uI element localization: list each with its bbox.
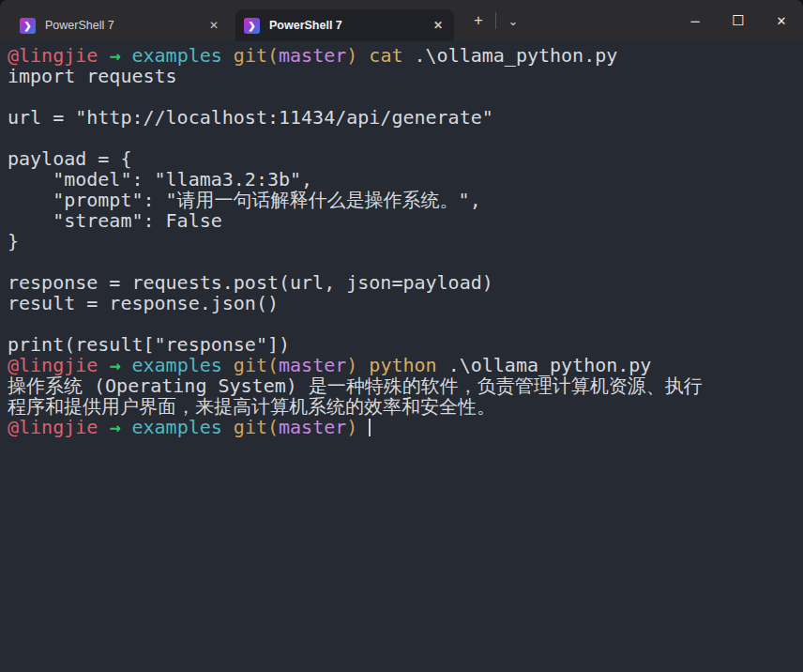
terminal-text-segment: "prompt": "请用一句话解释什么是操作系统。",: [8, 189, 481, 211]
terminal-line: 操作系统 (Operating System) 是一种特殊的软件，负责管理计算机…: [8, 375, 803, 396]
terminal-output: @lingjie → examples git(master) cat .\ol…: [8, 45, 803, 437]
terminal-line: print(result["response"]): [8, 334, 803, 355]
terminal-line: [8, 128, 803, 148]
terminal-line: import requests: [8, 66, 803, 86]
terminal-line: "stream": False: [8, 210, 803, 231]
powershell-icon: ❯: [20, 18, 36, 34]
terminal-text-segment: examples: [131, 354, 233, 376]
tab-close-icon[interactable]: ✕: [430, 17, 447, 34]
terminal-viewport[interactable]: @lingjie → examples git(master) cat .\ol…: [0, 41, 803, 672]
tab-title: PowerShell 7: [269, 19, 430, 32]
terminal-text-segment: print(result["response"]): [8, 333, 290, 356]
terminal-text-segment: result = response.json(): [8, 292, 279, 314]
powershell-icon: ❯: [244, 18, 260, 34]
terminal-text-segment: 操作系统 (Operating System) 是一种特殊的软件，负责管理计算机…: [8, 374, 703, 397]
terminal-text-segment: ): [346, 44, 369, 67]
terminal-line: "model": "llama3.2:3b",: [8, 169, 803, 190]
terminal-line: 程序和提供用户界面，来提高计算机系统的效率和安全性。: [8, 396, 803, 417]
tab-powershell-2[interactable]: ❯ PowerShell 7 ✕: [235, 9, 454, 41]
terminal-text-segment: ): [346, 416, 369, 438]
terminal-text-segment: master: [279, 416, 346, 438]
tab-bar: ❯ PowerShell 7 ✕ ❯ PowerShell 7 ✕ + ⌄: [0, 0, 526, 41]
minimize-button[interactable]: ─: [674, 0, 717, 41]
terminal-line: @lingjie → examples git(master) cat .\ol…: [8, 45, 803, 66]
terminal-text-segment: response = requests.post(url, json=paylo…: [8, 271, 493, 294]
terminal-text-segment: 程序和提供用户界面，来提高计算机系统的效率和安全性。: [8, 395, 495, 418]
terminal-text-segment: git(: [234, 416, 279, 438]
terminal-line: url = "http://localhost:11434/api/genera…: [8, 107, 803, 128]
tab-dropdown-button[interactable]: ⌄: [500, 8, 526, 33]
terminal-line: [8, 252, 803, 272]
terminal-text-segment: examples: [131, 44, 233, 67]
terminal-text-segment: .\ollama_python.py: [448, 354, 652, 376]
terminal-text-segment: @lingjie: [8, 416, 109, 438]
tab-actions-divider: [495, 12, 496, 29]
tab-powershell-1[interactable]: ❯ PowerShell 7 ✕: [11, 9, 230, 41]
terminal-text-segment: ): [346, 354, 369, 376]
new-tab-button[interactable]: +: [465, 8, 492, 33]
terminal-text-segment: cat: [369, 44, 414, 67]
terminal-line: [8, 86, 803, 107]
window-controls: ─ ☐ ✕: [674, 0, 803, 41]
terminal-text-segment: "stream": False: [8, 209, 222, 232]
terminal-text-segment: examples: [131, 416, 233, 438]
terminal-text-segment: .\ollama_python.py: [415, 44, 618, 67]
terminal-line: payload = {: [8, 148, 803, 169]
terminal-text-segment: url = "http://localhost:11434/api/genera…: [8, 106, 493, 129]
terminal-text-segment: git(: [234, 354, 279, 376]
terminal-line: result = response.json(): [8, 293, 803, 313]
terminal-text-segment: git(: [234, 44, 279, 67]
terminal-window: ❯ PowerShell 7 ✕ ❯ PowerShell 7 ✕ + ⌄ ─ …: [0, 0, 803, 672]
terminal-line: [8, 313, 803, 334]
terminal-text-segment: →: [109, 416, 131, 438]
terminal-text-segment: payload = {: [8, 147, 131, 170]
terminal-text-segment: →: [109, 44, 131, 67]
terminal-text-segment: →: [109, 354, 131, 376]
maximize-button[interactable]: ☐: [717, 0, 760, 41]
terminal-line: @lingjie → examples git(master): [8, 417, 803, 437]
terminal-line: }: [8, 231, 803, 252]
terminal-text-segment: @lingjie: [8, 354, 109, 376]
titlebar: ❯ PowerShell 7 ✕ ❯ PowerShell 7 ✕ + ⌄ ─ …: [0, 0, 803, 41]
tab-close-icon[interactable]: ✕: [205, 17, 222, 34]
terminal-text-segment: python: [369, 354, 447, 376]
terminal-text-segment: }: [8, 230, 19, 252]
terminal-line: @lingjie → examples git(master) python .…: [8, 355, 803, 375]
close-button[interactable]: ✕: [760, 0, 803, 41]
text-cursor: [369, 419, 371, 436]
tab-actions: + ⌄: [460, 0, 526, 41]
terminal-line: response = requests.post(url, json=paylo…: [8, 272, 803, 293]
terminal-text-segment: import requests: [8, 65, 177, 87]
terminal-text-segment: master: [279, 354, 346, 376]
terminal-text-segment: @lingjie: [8, 44, 109, 67]
tab-title: PowerShell 7: [45, 19, 205, 32]
terminal-line: "prompt": "请用一句话解释什么是操作系统。",: [8, 190, 803, 210]
terminal-text-segment: master: [279, 44, 346, 67]
terminal-text-segment: "model": "llama3.2:3b",: [8, 168, 312, 191]
